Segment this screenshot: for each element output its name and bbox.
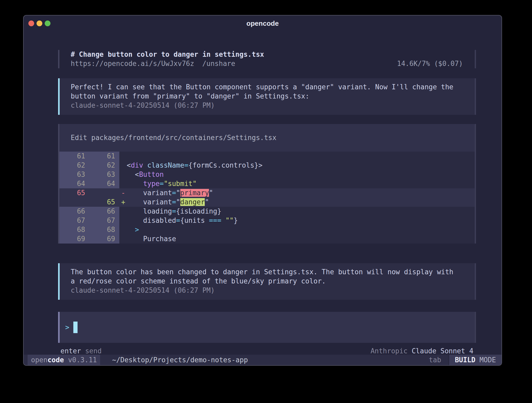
message-model-timestamp: claude-sonnet-4-20250514 (06:27 PM) bbox=[71, 286, 463, 295]
app-version: v0.3.11 bbox=[64, 356, 97, 364]
diff-row: 65+ variant="danger" bbox=[59, 198, 475, 207]
diff-code-line: <div className={formCs.controls}> bbox=[127, 161, 475, 170]
diff-gutter: 65 bbox=[59, 188, 119, 198]
hint-bar: enter send Anthropic Claude Sonnet 4 bbox=[58, 347, 476, 356]
diff-change-marker bbox=[119, 170, 127, 179]
diff-gutter: 6262 bbox=[59, 161, 119, 170]
zoom-window-button[interactable] bbox=[45, 20, 50, 26]
diff-row: 6464 type="submit" bbox=[59, 179, 475, 188]
send-action-hint: send bbox=[85, 347, 102, 355]
share-url[interactable]: https://opencode.ai/s/UwJxv76z bbox=[71, 59, 194, 68]
opencode-terminal-window: opencode # Change button color to danger… bbox=[23, 15, 502, 366]
input-right-rail bbox=[475, 312, 476, 343]
diff-row: 6969 Purchase bbox=[59, 234, 475, 244]
mode-name-bold: BUILD bbox=[455, 356, 475, 364]
close-window-button[interactable] bbox=[28, 20, 34, 26]
diff-gutter: 65 bbox=[59, 198, 119, 207]
enter-key-hint: enter bbox=[60, 347, 81, 355]
message-text-line: a red/rose color scheme instead of the b… bbox=[71, 277, 463, 286]
header-right-rail bbox=[475, 50, 476, 68]
diff-change-marker bbox=[119, 216, 127, 225]
app-version-badge: opencode v0.3.11 bbox=[28, 355, 100, 365]
diff-change-marker bbox=[119, 225, 127, 234]
diff-gutter: 6464 bbox=[59, 179, 119, 188]
prompt-input[interactable]: > bbox=[58, 312, 476, 343]
diff-row: 6262<div className={formCs.controls}> bbox=[59, 161, 475, 170]
app-name-regular: open bbox=[31, 356, 48, 364]
diff-gutter: 6161 bbox=[59, 152, 119, 161]
edit-tool-card: Edit packages/frontend/src/containers/Se… bbox=[58, 124, 476, 244]
diff-gutter: 6363 bbox=[59, 170, 119, 179]
status-bar: opencode v0.3.11 ~/Desktop/Projects/demo… bbox=[24, 355, 502, 365]
session-title: # Change button color to danger in setti… bbox=[71, 50, 264, 59]
model-name: Claude Sonnet 4 bbox=[412, 347, 473, 355]
unshare-command-hint: /unshare bbox=[202, 59, 235, 68]
session-view: # Change button color to danger in setti… bbox=[58, 50, 476, 356]
message-text-line: The button color has been changed to dan… bbox=[71, 267, 463, 277]
diff-code-line: variant="primary" bbox=[127, 188, 475, 198]
edit-file-path: Edit packages/frontend/src/containers/Se… bbox=[59, 124, 475, 152]
diff-row: 6666 loading={isLoading} bbox=[59, 207, 475, 216]
diff-row: 6767 disabled={units === ""} bbox=[59, 216, 475, 225]
tab-key-hint: tab bbox=[429, 355, 441, 365]
diff-code-line: loading={isLoading} bbox=[127, 207, 475, 216]
diff-change-marker bbox=[119, 179, 127, 188]
message-text-line: Perfect! I can see that the Button compo… bbox=[71, 82, 463, 92]
working-directory: ~/Desktop/Projects/demo-notes-app bbox=[112, 355, 248, 365]
diff-code-line: type="submit" bbox=[127, 179, 475, 188]
message-right-rail bbox=[475, 263, 476, 300]
edit-right-rail bbox=[475, 124, 476, 244]
diff-change-marker bbox=[119, 234, 127, 244]
message-model-timestamp: claude-sonnet-4-20250514 (06:27 PM) bbox=[71, 101, 463, 110]
session-header: # Change button color to danger in setti… bbox=[58, 50, 476, 68]
diff-change-marker bbox=[119, 161, 127, 170]
diff-change-marker bbox=[119, 152, 127, 161]
diff-row: 6868 > bbox=[59, 225, 475, 234]
diff-row: 6363 <Button bbox=[59, 170, 475, 179]
assistant-message: Perfect! I can see that the Button compo… bbox=[58, 78, 476, 115]
text-cursor bbox=[73, 322, 78, 333]
app-name-bold: code bbox=[48, 356, 64, 364]
mode-name-rest: MODE bbox=[475, 356, 496, 364]
message-text-line: button variant from "primary" to "danger… bbox=[71, 92, 463, 101]
diff-code-line bbox=[127, 152, 475, 161]
diff-change-marker: - bbox=[119, 188, 127, 198]
diff-gutter: 6666 bbox=[59, 207, 119, 216]
diff-code-line: disabled={units === ""} bbox=[127, 216, 475, 225]
titlebar: opencode bbox=[24, 16, 502, 31]
diff-code-line: <Button bbox=[127, 170, 475, 179]
assistant-message: The button color has been changed to dan… bbox=[58, 263, 476, 300]
diff-gutter: 6969 bbox=[59, 234, 119, 244]
message-right-rail bbox=[475, 78, 476, 115]
window-title: opencode bbox=[24, 16, 502, 31]
diff-row: 65- variant="primary" bbox=[59, 188, 475, 198]
diff-code-line: variant="danger" bbox=[127, 198, 475, 207]
token-cost-stats: 14.6K/7% ($0.07) bbox=[397, 59, 463, 68]
diff-code-line: Purchase bbox=[127, 234, 475, 244]
provider-name: Anthropic bbox=[371, 347, 408, 355]
diff-row: 6161 bbox=[59, 152, 475, 161]
diff-code-line: > bbox=[127, 225, 475, 234]
diff-gutter: 6767 bbox=[59, 216, 119, 225]
minimize-window-button[interactable] bbox=[37, 20, 42, 26]
diff-change-marker bbox=[119, 207, 127, 216]
diff-rows: 61616262<div className={formCs.controls}… bbox=[59, 152, 475, 244]
diff-gutter: 6868 bbox=[59, 225, 119, 234]
mode-badge[interactable]: BUILD MODE bbox=[448, 355, 502, 365]
prompt-symbol: > bbox=[65, 323, 69, 331]
diff-change-marker: + bbox=[119, 198, 127, 207]
